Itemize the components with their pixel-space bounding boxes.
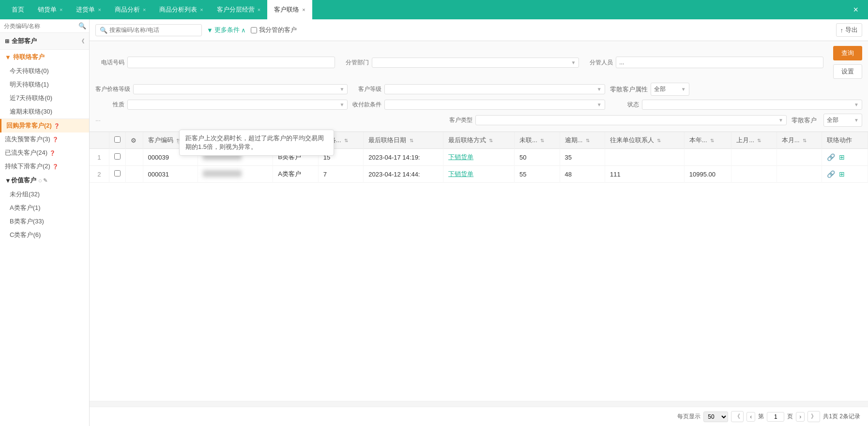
row-1-grid-icon[interactable]: ⊞ bbox=[839, 153, 845, 161]
sidebar-item-declining[interactable]: 持续下滑客户(2) ❓ bbox=[0, 160, 89, 173]
row-2-last-date: 2023-04-12 14:44: bbox=[364, 166, 443, 183]
col-index bbox=[90, 132, 109, 149]
pending-contact-title[interactable]: ▼ 待联络客户 bbox=[0, 50, 89, 64]
row-2-checkbox[interactable] bbox=[114, 170, 121, 176]
row-1-checkbox-cell bbox=[109, 149, 125, 166]
sidebar-item-overdue[interactable]: 逾期未联络(30) bbox=[0, 105, 89, 118]
nav-home[interactable]: 首页 bbox=[5, 0, 31, 19]
sort-contact-icon[interactable]: ⇅ bbox=[344, 138, 348, 143]
nav-analysis-list[interactable]: 商品分析列表 × bbox=[152, 0, 210, 19]
pending-contact-group: ▼ 待联络客户 今天待联络(0) 明天待联络(1) 近7天待联络(0) 逾期未联… bbox=[0, 50, 89, 119]
query-button[interactable]: 查询 bbox=[833, 46, 862, 60]
sort-last-month-icon[interactable]: ⇅ bbox=[757, 138, 761, 143]
sidebar-item-a-class[interactable]: A类客户(1) bbox=[0, 201, 89, 215]
horizontal-scrollbar[interactable] bbox=[90, 401, 868, 407]
sort-this-year-icon[interactable]: ⇅ bbox=[710, 138, 714, 143]
sort-unread-icon[interactable]: ⇅ bbox=[540, 138, 544, 143]
phone-input[interactable] bbox=[127, 57, 335, 68]
sidebar-item-c-class[interactable]: C类客户(6) bbox=[0, 228, 89, 242]
edit-icon[interactable]: ○ bbox=[38, 177, 42, 184]
edit-icon2[interactable]: ✎ bbox=[43, 177, 47, 184]
dept-select[interactable]: ▼ bbox=[372, 58, 579, 68]
row-1-overdue: 35 bbox=[560, 149, 605, 166]
first-page-btn[interactable]: 《 bbox=[731, 411, 744, 422]
row-1-unread: 50 bbox=[514, 149, 560, 166]
sidebar-item-7days[interactable]: 近7天待联络(0) bbox=[0, 91, 89, 105]
next-page-btn[interactable]: › bbox=[796, 412, 805, 422]
close-customer-layer-icon[interactable]: × bbox=[258, 7, 260, 13]
question-icon-1[interactable]: ❓ bbox=[52, 137, 58, 142]
close-analysis-icon[interactable]: × bbox=[143, 7, 146, 13]
question-icon-2[interactable]: ❓ bbox=[49, 150, 55, 156]
row-1-last-date: 2023-04-17 14:19: bbox=[364, 149, 443, 166]
more-icon[interactable]: ··· bbox=[95, 117, 101, 124]
retail-attr-select[interactable]: 全部 ▼ bbox=[651, 83, 689, 96]
sort-last-method-icon[interactable]: ⇅ bbox=[489, 138, 493, 143]
retail-customer-select[interactable]: 全部 ▼ bbox=[823, 114, 862, 127]
prev-page-btn[interactable]: ‹ bbox=[746, 412, 755, 422]
close-analysis-list-icon[interactable]: × bbox=[200, 7, 203, 13]
status-field: 状态 ▼ bbox=[610, 100, 862, 110]
value-customer-title[interactable]: ▼ 价值客户 ○ ✎ bbox=[0, 173, 89, 188]
arrow-icon: ▼ bbox=[5, 54, 11, 61]
question-icon-0[interactable]: ❓ bbox=[54, 123, 60, 129]
gender-select[interactable]: ▼ bbox=[127, 100, 348, 110]
sort-contact-person-icon[interactable]: ⇅ bbox=[657, 138, 661, 143]
question-icon-3[interactable]: ❓ bbox=[52, 164, 58, 169]
sidebar-item-repurchase-abnormal[interactable]: 回购异常客户(2) ❓ bbox=[0, 119, 89, 132]
price-level-select[interactable]: ▼ bbox=[133, 84, 348, 94]
row-1-contact-person bbox=[605, 149, 685, 166]
status-arrow-icon: ▼ bbox=[854, 102, 859, 107]
more-conditions-btn[interactable]: ▼ 更多条件 ∧ bbox=[207, 26, 246, 34]
row-1-action-cell: 🔗 ⊞ bbox=[822, 149, 868, 166]
sidebar-item-today[interactable]: 今天待联络(0) bbox=[0, 64, 89, 78]
customer-level-select[interactable]: ▼ bbox=[384, 84, 605, 94]
row-2-last-month bbox=[731, 166, 777, 183]
tooltip: 距客户上次交易时长，超过了此客户的平均交易周期的1.5倍，则视为异常。 bbox=[179, 130, 334, 156]
collapse-icon[interactable]: 《 bbox=[79, 38, 84, 45]
customer-type-select[interactable]: ▼ bbox=[475, 115, 787, 125]
person-select[interactable]: ... bbox=[616, 57, 823, 68]
nav-customer-layer[interactable]: 客户分层经营 × bbox=[210, 0, 267, 19]
export-button[interactable]: ↑ 导出 bbox=[836, 23, 863, 37]
settings-button[interactable]: 设置 bbox=[833, 64, 862, 79]
payment-select[interactable]: ▼ bbox=[384, 100, 605, 110]
sort-this-month-icon[interactable]: ⇅ bbox=[803, 138, 807, 143]
row-1-last-month bbox=[731, 149, 777, 166]
settings-col-icon[interactable]: ⚙ bbox=[131, 137, 137, 144]
close-customer-contact-icon[interactable]: × bbox=[302, 7, 305, 13]
row-2-code: 000031 bbox=[143, 166, 198, 183]
nav-analysis[interactable]: 商品分析 × bbox=[108, 0, 152, 19]
window-close-button[interactable]: × bbox=[848, 5, 863, 15]
status-select[interactable]: ▼ bbox=[642, 100, 862, 110]
close-purchase-icon[interactable]: × bbox=[98, 7, 101, 13]
sidebar-item-churned[interactable]: 已流失客户(24) ❓ bbox=[0, 146, 89, 160]
sidebar-search-icon[interactable]: 🔍 bbox=[78, 22, 86, 29]
row-2-link-icon[interactable]: 🔗 bbox=[827, 170, 835, 178]
sidebar-item-b-class[interactable]: B类客户(33) bbox=[0, 215, 89, 228]
my-customers-checkbox[interactable] bbox=[251, 27, 257, 33]
nav-sales[interactable]: 销货单 × bbox=[31, 0, 69, 19]
close-sales-icon[interactable]: × bbox=[60, 7, 62, 13]
row-1-link-icon[interactable]: 🔗 bbox=[827, 153, 835, 161]
sort-last-date-icon[interactable]: ⇅ bbox=[410, 138, 413, 143]
per-page-select[interactable]: 50 20 100 bbox=[703, 411, 728, 422]
sort-overdue-icon[interactable]: ⇅ bbox=[586, 138, 590, 143]
row-2-grid-icon[interactable]: ⊞ bbox=[839, 170, 845, 178]
sidebar-item-churn-warning[interactable]: 流失预警客户(3) ❓ bbox=[0, 132, 89, 146]
row-1-checkbox[interactable] bbox=[114, 153, 121, 160]
sidebar-item-tomorrow[interactable]: 明天待联络(1) bbox=[0, 78, 89, 91]
select-all-checkbox[interactable] bbox=[114, 136, 121, 143]
last-page-btn[interactable]: 》 bbox=[807, 411, 820, 422]
nav-purchase[interactable]: 进货单 × bbox=[69, 0, 107, 19]
table-area: ⚙ 客户编码 ⇅ 客户名称 ⇅ 客户... ⇅ bbox=[90, 132, 868, 401]
page-input[interactable] bbox=[767, 412, 784, 422]
row-2-this-month bbox=[777, 166, 822, 183]
search-input[interactable] bbox=[109, 27, 198, 33]
table-row: 2 000031 A类客户 7 2023-04-12 14:44: 下销货单 bbox=[90, 166, 868, 183]
nav-customer-contact[interactable]: 客户联络 × bbox=[267, 0, 312, 19]
sidebar-search-input[interactable] bbox=[4, 23, 76, 29]
all-customers-header[interactable]: ⊞ 全部客户 《 bbox=[0, 33, 89, 50]
my-customers-check[interactable]: 我分管的客户 bbox=[251, 26, 297, 34]
sidebar-item-ungroup[interactable]: 未分组(32) bbox=[0, 188, 89, 201]
